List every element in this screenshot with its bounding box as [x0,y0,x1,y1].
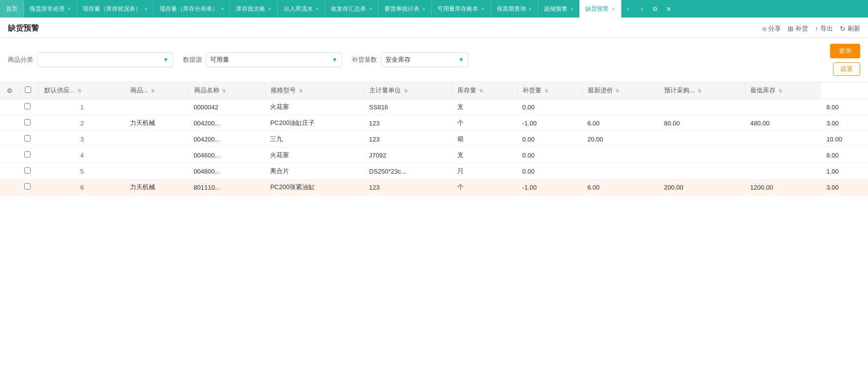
filter-replenish-select[interactable]: 安全库存 ▼ [381,53,469,67]
row-product-code-1: 0000042 [189,99,265,115]
sort-supplier-icon: ⇅ [77,88,81,93]
tab-batch-account[interactable]: 库存批次账 × [230,0,277,18]
tab-close-shortage[interactable]: × [612,6,615,12]
th-estimated-purchase[interactable]: 预计采购... ⇅ [659,82,745,99]
filter-category-select[interactable]: ▼ [37,53,173,67]
th-product-name[interactable]: 商品名称 ⇅ [189,82,265,99]
row-supplier-1 [125,99,189,115]
row-product-code-4: 004600... [189,147,265,163]
th-stock[interactable]: 库存量 ⇅ [452,82,518,99]
tab-expiry-query[interactable]: 保质期查询 × [491,0,538,18]
row-checkbox-6[interactable] [24,183,31,190]
tab-close-all-btn[interactable]: ✕ [662,0,676,18]
share-button[interactable]: ⎋ 分享 [762,24,781,33]
refresh-button[interactable]: ↻ 刷新 [840,24,860,33]
row-supplier-5 [125,163,189,179]
row-num-6: 6 [39,179,125,195]
tab-restore-btn[interactable]: ⧉ [649,0,662,18]
sort-product-code-icon: ⇅ [151,88,155,93]
tab-close-inventory-status[interactable]: × [144,6,147,12]
table-row: 1 0000042 火花塞 SS816 支 0.00 8.00 [0,99,868,115]
tab-prev-btn[interactable]: ‹ [621,0,635,18]
row-replenish-6: 6.00 [582,179,659,195]
row-settings-6 [0,179,19,195]
tab-bar: 首页 拣货异常处理 × 现存量（库存状况表） × 现存量（库存分布表） × 库存… [0,0,868,18]
row-unit-5: 只 [452,163,518,179]
th-unit[interactable]: 主计量单位 ⇅ [364,82,452,99]
tab-inventory-status[interactable]: 现存量（库存状况表） × [77,0,153,18]
export-button[interactable]: ↑ 导出 [815,24,833,33]
tab-home[interactable]: 首页 [0,0,24,18]
tab-shortage[interactable]: 缺货预警 × [579,0,621,18]
tab-receipt-summary[interactable]: 收发存汇总表 × [325,0,378,18]
query-button[interactable]: 查询 [830,44,860,58]
tab-close-receipt-summary[interactable]: × [369,6,372,12]
tab-close-abnormal[interactable]: × [68,6,71,12]
th-latest-price[interactable]: 最新进价 ⇅ [582,82,659,99]
row-spec-3: 123 [364,131,452,147]
tab-next-btn[interactable]: › [635,0,649,18]
tab-close-expiry-query[interactable]: × [529,6,532,12]
row-stock-6: -1.00 [517,179,582,195]
tab-inout-flow[interactable]: 出入库流水 × [278,0,325,18]
tab-inventory-dist[interactable]: 现存量（库存分布表） × [154,0,230,18]
tab-close-available-ledger[interactable]: × [481,6,484,12]
filter-replenish-group: 补货基数 安全库存 ▼ [352,53,469,67]
datasource-chevron-icon: ▼ [332,56,338,63]
row-check-3 [19,131,39,147]
row-supplier-2: 力天机械 [125,115,189,131]
row-checkbox-4[interactable] [24,151,31,158]
tab-overstock[interactable]: 超储预警 × [538,0,579,18]
row-product-code-6: 801110... [189,179,265,195]
th-replenish[interactable]: 补货量 ⇅ [517,82,582,99]
row-replenish-2: 6.00 [582,115,659,131]
settings-button[interactable]: 设置 [833,62,860,76]
row-checkbox-5[interactable] [24,167,31,174]
filter-category-group: 商品分类 ▼ [8,53,173,67]
filter-datasource-select[interactable]: 可用量 ▼ [206,53,342,67]
page-header: 缺货预警 ⎋ 分享 ⊞ 补货 ↑ 导出 ↻ 刷新 [0,18,868,38]
table-header-row: ⚙ 默认供应... ⇅ 商品... ⇅ 商品名称 ⇅ [0,82,868,99]
tab-close-inout-flow[interactable]: × [316,6,319,12]
replenish-chevron-icon: ▼ [458,56,464,63]
row-spec-6: 123 [364,179,452,195]
row-product-name-2: PC200油缸庄子 [265,115,364,131]
tab-close-batch-account[interactable]: × [268,6,271,12]
row-estimated-purchase-2: 480.00 [745,115,822,131]
row-check-2 [19,115,39,131]
row-settings-5 [0,163,19,179]
row-checkbox-1[interactable] [24,103,31,109]
select-all-checkbox[interactable] [25,87,31,93]
row-num-2: 2 [39,115,125,131]
share-icon: ⎋ [762,25,766,33]
tab-close-overstock[interactable]: × [570,6,573,12]
replenish-button[interactable]: ⊞ 补货 [788,24,808,33]
row-num-3: 3 [39,131,125,147]
row-spec-5: DS250*23c... [364,163,452,179]
tab-order-stats[interactable]: 要货单统计表 × [379,0,432,18]
gear-icon[interactable]: ⚙ [7,87,13,94]
th-min-stock[interactable]: 最低库存 ⇅ [745,82,822,99]
row-latest-price-1 [659,99,745,115]
row-product-code-2: 004200... [189,115,265,131]
page-title: 缺货预警 [8,23,39,34]
tab-close-inventory-dist[interactable]: × [221,6,224,12]
filter-replenish-label: 补货基数 [352,55,377,64]
th-supplier[interactable]: 默认供应... ⇅ [39,82,125,99]
row-min-stock-3: 10.00 [821,131,868,147]
row-replenish-1 [582,99,659,115]
filter-bar: 商品分类 ▼ 数据源 可用量 ▼ 补货基数 安全库存 ▼ 查询 设置 [0,38,868,82]
tab-abnormal[interactable]: 拣货异常处理 × [24,0,77,18]
row-checkbox-3[interactable] [24,135,31,141]
row-stock-4: 0.00 [517,147,582,163]
th-settings[interactable]: ⚙ [0,82,19,99]
tab-close-order-stats[interactable]: × [422,6,425,12]
row-stock-1: 0.00 [517,99,582,115]
row-replenish-5 [582,163,659,179]
th-spec[interactable]: 规格型号 ⇅ [265,82,364,99]
tab-available-ledger[interactable]: 可用量库存账本 × [432,0,490,18]
filter-right-actions: 查询 设置 [830,44,860,76]
row-spec-2: 123 [364,115,452,131]
th-product-code[interactable]: 商品... ⇅ [125,82,189,99]
row-checkbox-2[interactable] [24,119,31,125]
